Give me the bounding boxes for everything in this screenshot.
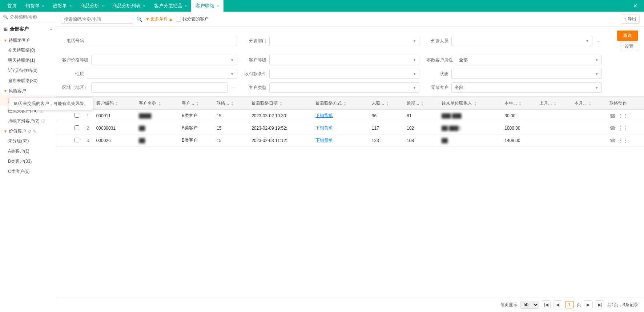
last-page-button[interactable]: ▶| [596,300,604,309]
my-customers-checkbox-box[interactable] [176,17,181,22]
sidebar-item-class-a[interactable]: A类客户(1) [0,146,56,156]
close-window-button[interactable]: ✕ [629,0,641,12]
filter-payment-select[interactable]: ▼ [269,69,420,79]
sort-last-contact-method-icon[interactable]: ▲▼ [344,101,346,106]
tab-goods-analysis-list-close[interactable]: × [143,4,145,8]
tab-purchase[interactable]: 进货单 × [48,0,76,12]
export-button[interactable]: ↑ 导出 [621,15,640,24]
filter-nature-select[interactable]: ▼ [87,69,237,79]
sidebar-item-today-contact[interactable]: 今天待联络(0) [0,45,56,55]
filter-payment: 收付款条件 ▼ [245,69,420,79]
sidebar-item-week-contact[interactable]: 近7天待联络(0) [0,65,56,76]
sort-type-icon[interactable]: ▲▼ [196,101,198,106]
row3-more-icon[interactable]: ⋮⋮ [618,138,628,143]
sidebar-item-class-b[interactable]: B类客户(33) [0,156,56,166]
tab-home[interactable]: 首页 [3,0,21,12]
sidebar-item-overdue-contact[interactable]: 逾期未联络(30) [0,76,56,86]
sort-previous-contacts-icon[interactable]: ▲▼ [474,101,476,106]
sidebar-item-tomorrow-contact[interactable]: 明天待联络(1) [0,55,56,65]
search-input[interactable] [61,15,133,24]
row3-contact-icon[interactable]: ☎ [609,138,616,143]
filter-cust-type-select[interactable]: ▼ [269,82,420,93]
advanced-filters: 电话号码 分管部门 ▼ 分管人员 ▼ ··· [56,27,644,97]
row3-action-icons: ☎ ⋮⋮ [609,138,641,143]
row3-last-contact-date: 2023-02-03 11:12: [249,134,313,147]
sort-overdue-icon[interactable]: ▲▼ [421,101,423,106]
refresh-icon-value[interactable]: ↺ [28,129,31,134]
row2-more-icon[interactable]: ⋮⋮ [618,125,628,131]
sort-uncontacted-icon[interactable]: ▲▼ [386,101,389,106]
tab-sales-close[interactable]: × [42,4,44,8]
section-label-value: 价值客户 [9,128,26,134]
tab-goods-analysis-close[interactable]: × [101,4,104,8]
row3-select-checkbox[interactable] [75,138,79,142]
tab-customer-tier[interactable]: 客户分层经营 × [150,0,191,12]
person-more-button[interactable]: ··· [595,39,602,44]
filter-customer-level: 客户等级 ▼ [245,55,420,65]
sort-code-icon[interactable]: ▲▼ [116,101,118,106]
row2-last-contact-method[interactable]: 下销货单 [313,122,369,134]
row1-last-contact-method[interactable]: 下销货单 [313,110,369,122]
filter-retail-attr-select[interactable]: 全部 ▼ [456,55,602,65]
next-page-button[interactable]: ▶ [584,300,593,309]
filter-status-select[interactable]: ▼ [451,69,602,79]
row1-select-checkbox[interactable] [75,113,79,118]
sidebar-section-value[interactable]: ▼ 价值客户 ↺ ✎ [0,126,56,136]
sort-this-month-icon[interactable]: ▲▼ [589,101,591,106]
sort-current-year-icon[interactable]: ▲▼ [519,101,522,106]
sort-contacts-icon[interactable]: ▲▼ [231,101,233,106]
filter-price-tier: 客户价格等级 ▼ [62,55,237,65]
tab-customer-contact-close[interactable]: × [217,4,219,8]
filter-retail-attr: 零散客户属性 全部 ▼ [427,55,602,65]
row3-last-contact-method[interactable]: 下销货单 [313,134,369,147]
sort-name-icon[interactable]: ▲▼ [158,101,161,106]
tab-customer-tier-close[interactable]: × [185,4,187,8]
search-button[interactable]: 🔍 [136,16,142,22]
per-page-select[interactable]: 50 100 200 [520,301,539,309]
th-last-contact-date: 最后联络日期 ▲▼ [249,97,313,110]
row1-current-year: 30.00 [502,110,536,122]
tab-sales[interactable]: 销货单 × [21,0,48,12]
query-button[interactable]: 查询 [617,31,638,41]
filter-cust-type: 客户类型 ▼ [245,82,420,93]
row2-contact-icon[interactable]: ☎ [609,125,616,131]
row3-name: ██ [136,134,179,147]
filter-customer-level-select[interactable]: ▼ [269,55,420,65]
pagination: 每页显示 50 100 200 |◀ ◀ 1 页 ▶ ▶| 共1页，3条记录 [56,297,644,312]
filter-person-select[interactable]: ▼ [451,36,592,46]
sidebar-section-risk[interactable]: ▼ 风险客户 [0,86,56,96]
sidebar-all-customers[interactable]: ⊞ 全部客户 « [0,23,56,35]
filter-region-select[interactable] [91,82,228,93]
edit-icon-value[interactable]: ✎ [33,129,36,134]
row1-more-icon[interactable]: ⋮⋮ [618,113,628,119]
filter-settings-button[interactable]: 设置 [620,42,638,51]
row1-code: 000011 [93,110,136,122]
row1-contact-icon[interactable]: ☎ [609,113,616,119]
sidebar-item-unsegmented[interactable]: 未分组(32) [0,136,56,146]
filter-phone-input[interactable] [87,36,237,46]
first-page-button[interactable]: |◀ [542,300,551,309]
table-area: ⚙ 客户编码 ▲▼ 客户名称 [56,97,644,312]
sidebar-search-input[interactable] [10,15,56,20]
price-tier-arrow-icon: ▼ [230,58,234,62]
sort-last-contact-date-icon[interactable]: ▲▼ [280,101,282,106]
sort-last-month-icon[interactable]: ▲▼ [554,101,556,106]
th-current-year: 本年... ▲▼ [502,97,536,110]
more-conditions-button[interactable]: ▼ 更多条件 ▲ [145,16,173,22]
tab-goods-analysis[interactable]: 商品分析 × [76,0,108,12]
tab-customer-contact[interactable]: 客户联络 × [191,0,223,12]
sidebar-item-declining[interactable]: 持续下滑客户(2) ⓘ [0,116,56,126]
tab-purchase-close[interactable]: × [69,4,71,8]
filter-retail-cust-select[interactable]: 全部 ▼ [451,82,602,93]
filter-nature: 性质 ▼ [62,69,237,79]
search-bar: 🔍 ▼ 更多条件 ▲ 我分管的客户 ↑ 导出 [56,12,644,27]
row2-select-checkbox[interactable] [75,125,79,130]
sidebar-section-pending[interactable]: ▼ 待联络客户 [0,35,56,45]
region-more-button[interactable]: ··· [231,85,237,90]
filter-price-tier-select[interactable]: ▼ [91,55,237,65]
my-customers-checkbox[interactable]: 我分管的客户 [176,16,209,22]
sidebar-item-class-c[interactable]: C类客户(6) [0,166,56,177]
filter-dept-select[interactable]: ▼ [269,36,420,46]
tab-goods-analysis-list[interactable]: 商品分析列表 × [108,0,149,12]
prev-page-button[interactable]: ◀ [554,300,562,309]
